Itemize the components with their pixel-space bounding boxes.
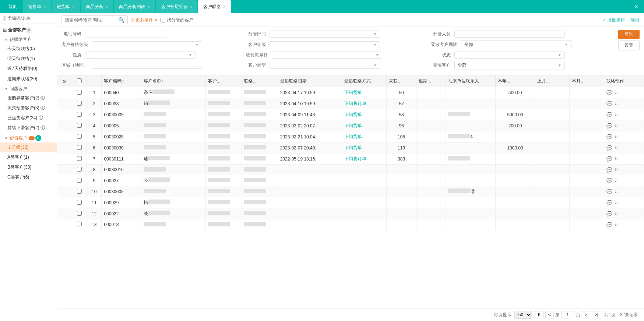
select-all-checkbox[interactable] [77,78,82,83]
customer-search-icon[interactable]: 🔍 [118,17,124,23]
phone-action-icon[interactable]: 💬 [606,178,612,183]
th-gear[interactable]: ⚙ [57,75,72,87]
page-input[interactable] [561,311,574,318]
last-page-btn[interactable]: >| [592,311,601,318]
customer-tier-select[interactable]: ▼ [270,41,380,48]
more-conditions-btn[interactable]: ▽ 更多条件 ∧ [131,17,158,23]
more-action-icon[interactable]: ⠿ [615,112,618,117]
more-action-icon[interactable]: ⠿ [615,156,618,162]
status-select[interactable]: ▼ [454,52,565,59]
sidebar-group-problem[interactable]: ▼ 问题客户 [0,84,57,93]
row-checkbox[interactable] [77,167,82,172]
row-checkbox[interactable] [77,123,82,128]
close-sales-tab[interactable]: × [43,4,46,9]
my-customers-checkbox[interactable]: 我分管的客户 [161,17,193,23]
customer-type-select[interactable]: ▼ [270,62,380,69]
sidebar-item-overdue-pending[interactable]: 逾期未联络(30) [0,74,57,84]
sidebar-item-today-pending[interactable]: 今天待联络(0) [0,44,57,54]
more-action-icon[interactable]: ⠿ [615,178,618,183]
sidebar-item-type-b[interactable]: B类客户(33) [0,162,57,172]
phone-action-icon[interactable]: 💬 [606,123,612,128]
sidebar-item-tomorrow-pending[interactable]: 明天待联络(1) [0,54,57,64]
row-checkbox[interactable] [77,189,82,194]
tab-product-analysis[interactable]: 商品分析 × [81,0,113,13]
sidebar-group-pending[interactable]: ▼ 待联络客户 [0,35,57,44]
row-checkbox[interactable] [77,156,82,161]
more-action-icon[interactable]: ⠿ [615,189,618,194]
phone-action-icon[interactable]: 💬 [606,200,612,205]
tab-customer-tier[interactable]: 客户分层经营 × [156,0,197,13]
phone-action-icon[interactable]: 💬 [606,90,612,95]
sidebar-collapse-btn[interactable]: « [26,27,32,33]
sidebar-item-type-a[interactable]: A类客户(1) [0,152,57,162]
retail-attr-select[interactable]: 全部▼ [461,40,571,49]
phone-action-icon[interactable]: 💬 [606,145,612,151]
retail-select[interactable]: 全部▼ [454,61,565,70]
close-customer-contact-tab[interactable]: × [223,4,225,9]
close-product-analysis-tab[interactable]: × [106,4,108,9]
more-action-icon[interactable]: ⠿ [615,145,618,151]
dept-select[interactable]: ▼ [270,31,380,38]
close-all-tabs[interactable]: × [631,3,641,11]
tab-sales[interactable]: 销售单 × [23,0,51,13]
export-btn[interactable]: ↓ 导出 [628,17,640,23]
payment-select[interactable]: ▼ [272,52,382,59]
sidebar-group-value[interactable]: ▼ 价值客户 F ↻ [0,133,57,142]
row-checkbox[interactable] [77,101,82,106]
close-product-analysis-list-tab[interactable]: × [148,4,150,9]
sidebar-item-declining[interactable]: 持续下滑客户(2) ⓘ [0,123,57,133]
phone-action-icon[interactable]: 💬 [606,156,612,162]
more-action-icon[interactable]: ⠿ [615,167,618,173]
phone-action-icon[interactable]: 💬 [606,134,612,140]
phone-action-icon[interactable]: 💬 [606,101,612,106]
more-action-icon[interactable]: ⠿ [615,200,618,205]
row-checkbox[interactable] [77,200,82,205]
more-action-icon[interactable]: ⠿ [615,222,618,227]
query-button[interactable]: 查询 [618,30,640,39]
tab-purchase[interactable]: 进货单 × [52,0,80,13]
sidebar-search-input[interactable] [3,16,57,21]
more-action-icon[interactable]: ⠿ [615,134,618,140]
close-customer-tier-tab[interactable]: × [190,4,192,9]
more-action-icon[interactable]: ⠿ [615,101,618,106]
page-size-select[interactable]: 50 [514,311,532,319]
reset-button[interactable]: 设置 [618,40,640,50]
region-select[interactable]: … [92,62,202,69]
row-checkbox[interactable] [77,112,82,117]
prev-page-btn[interactable]: < [545,311,554,318]
phone-action-icon[interactable]: 💬 [606,112,612,117]
sidebar-item-churn-warning[interactable]: 流失预警客户(3) ⓘ [0,103,57,113]
sidebar-item-churned[interactable]: 已流失客户(24) ⓘ [0,113,57,123]
close-purchase-tab[interactable]: × [72,4,74,9]
row-checkbox[interactable] [77,90,82,95]
phone-input[interactable] [85,30,166,38]
row-checkbox[interactable] [77,145,82,150]
all-customers-header[interactable]: ⊞ 全部客户 « [0,24,57,35]
sidebar-item-type-c[interactable]: C类客户(6) [0,172,57,182]
sort-name[interactable]: ⇕ [161,80,164,83]
customer-search-input[interactable] [65,17,118,22]
my-customers-check[interactable] [161,18,165,22]
phone-action-icon[interactable]: 💬 [606,222,612,227]
refresh-icon[interactable]: ↻ [35,135,41,141]
tab-customer-contact[interactable]: 客户联络 × [198,0,230,13]
nature-select[interactable]: ▼ [85,52,196,59]
row-checkbox[interactable] [77,178,82,183]
sidebar-item-ungrouped[interactable]: 未分组(32) [0,142,57,152]
phone-action-icon[interactable]: 💬 [606,167,612,173]
sidebar-item-week-pending[interactable]: 近7天待联络(0) [0,64,57,74]
first-page-btn[interactable]: K [535,311,544,318]
price-tier-select[interactable]: ▼ [92,41,202,48]
batch-operations-btn[interactable]: ✓ 批量操作 [603,17,625,23]
phone-action-icon[interactable]: 💬 [606,211,612,216]
sidebar-item-hoarding[interactable]: 囤购异常客户(2) ⓘ [0,93,57,103]
more-action-icon[interactable]: ⠿ [615,211,618,216]
sort-code[interactable]: ⇕ [122,80,124,83]
tab-home[interactable]: 首页 [3,0,22,13]
next-page-btn[interactable]: > [582,311,590,318]
row-checkbox[interactable] [77,211,82,216]
row-checkbox[interactable] [77,134,82,139]
phone-action-icon[interactable]: 💬 [606,189,612,194]
person-select[interactable]: … [454,31,565,38]
more-action-icon[interactable]: ⠿ [615,123,618,128]
